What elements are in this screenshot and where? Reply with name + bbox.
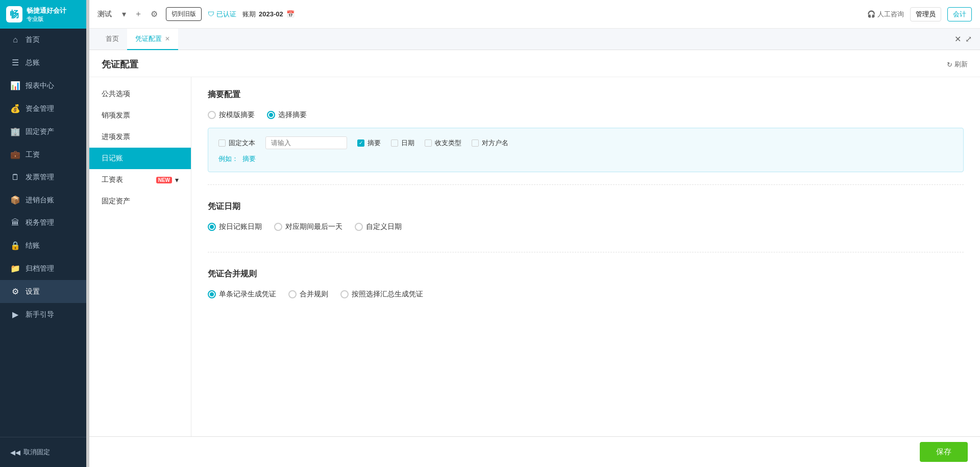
radio-template-summary[interactable]: 按模版摘要	[208, 110, 255, 120]
sidebar-item-home[interactable]: ⌂ 首页	[0, 29, 89, 51]
sidebar-item-guide[interactable]: ▶ 新手引导	[0, 303, 89, 326]
company-dropdown-button[interactable]: ▾	[120, 7, 128, 21]
checkbox-counterpart[interactable]: 对方户名	[472, 138, 508, 148]
consult-button[interactable]: 🎧 人工咨询	[867, 10, 904, 19]
switch-old-version-button[interactable]: 切到旧版	[166, 7, 202, 21]
checkbox-summary[interactable]: ✓ 摘要	[357, 138, 381, 148]
logo-icon: 畅	[6, 6, 22, 22]
date-radio-group: 按日记账日期 对应期间最后一天 自定义日期	[208, 222, 964, 231]
sidebar-item-label: 设置	[26, 287, 40, 296]
close-account-icon: 🔒	[10, 241, 20, 250]
radio-custom-date[interactable]: 自定义日期	[355, 222, 402, 231]
topbar: 测试 ▾ ＋ ⚙ 切到旧版 🛡 已认证 账期 2023-02 📅 🎧 人工咨询 …	[89, 0, 980, 29]
guide-icon: ▶	[10, 310, 20, 319]
sidebar-item-archive[interactable]: 📁 归档管理	[0, 257, 89, 280]
home-icon: ⌂	[10, 35, 20, 44]
content-header: 凭证配置 ↻ 刷新	[89, 50, 980, 77]
archive-icon: 📁	[10, 264, 20, 273]
radio-period-last[interactable]: 对应期间最后一天	[274, 222, 342, 231]
nav-public[interactable]: 公共选项	[89, 83, 191, 105]
nav-sales-invoice[interactable]: 销项发票	[89, 105, 191, 126]
sidebar-item-label: 归档管理	[26, 264, 54, 273]
radio-circle-journal	[208, 223, 216, 231]
sidebar-item-label: 工资	[26, 150, 40, 159]
radio-select-merge[interactable]: 按照选择汇总生成凭证	[340, 290, 423, 299]
sidebar-item-tax[interactable]: 🏛 税务管理	[0, 212, 89, 234]
cancel-fixed-icon: ◀◀	[10, 449, 20, 456]
manager-button[interactable]: 管理员	[910, 7, 941, 21]
invoice-icon: 🗒	[10, 173, 20, 182]
bottom-bar: 保存	[89, 436, 980, 467]
sidebar-item-label: 总账	[26, 58, 40, 67]
sidebar-item-label: 首页	[26, 35, 40, 44]
maximize-button[interactable]: ⤢	[965, 34, 972, 44]
radio-select-summary[interactable]: 选择摘要	[267, 110, 307, 120]
date-section: 凭证日期 按日记账日期 对应期间最后一天 自定义日期	[208, 201, 964, 252]
main-area: 测试 ▾ ＋ ⚙ 切到旧版 🛡 已认证 账期 2023-02 📅 🎧 人工咨询 …	[89, 0, 980, 467]
cancel-fixed-button[interactable]: ◀◀ 取消固定	[0, 442, 89, 462]
merge-title: 凭证合并规则	[208, 269, 964, 279]
trade-icon: 📦	[10, 195, 20, 205]
accountant-button[interactable]: 会计	[947, 7, 972, 21]
tabbar-actions: ✕ ⤢	[954, 34, 972, 44]
tab-close-button[interactable]: ✕	[165, 35, 170, 42]
topbar-right: 🎧 人工咨询 管理员 会计	[867, 7, 972, 21]
sidebar-item-ledger[interactable]: ☰ 总账	[0, 51, 89, 74]
sidebar-item-capital[interactable]: 💰 资金管理	[0, 97, 89, 120]
sidebar-item-invoice[interactable]: 🗒 发票管理	[0, 166, 89, 189]
sidebar-nav: ⌂ 首页 ☰ 总账 📊 报表中心 💰 资金管理 🏢 固定资产 💼 工资 🗒 发票…	[0, 29, 89, 437]
radio-circle-merge	[288, 290, 297, 298]
checkbox-income-type[interactable]: 收支类型	[425, 138, 461, 148]
salary-icon: 💼	[10, 150, 20, 159]
radio-circle-select-merge	[340, 290, 349, 298]
company-name: 测试	[97, 10, 112, 19]
checkbox-box-income	[425, 139, 432, 147]
sidebar-item-close[interactable]: 🔒 结账	[0, 234, 89, 257]
example-row: 例如： 摘要	[218, 154, 953, 164]
settings-icon: ⚙	[10, 287, 20, 296]
calendar-icon[interactable]: 📅	[286, 10, 295, 18]
left-nav: 公共选项 销项发票 进项发票 日记账 工资表 NEW ▾	[89, 77, 191, 436]
merge-radio-group: 单条记录生成凭证 合并规则 按照选择汇总生成凭证	[208, 290, 964, 299]
nav-fixed-assets[interactable]: 固定资产	[89, 191, 191, 212]
radio-circle-period	[274, 223, 282, 231]
radio-single[interactable]: 单条记录生成凭证	[208, 290, 276, 299]
refresh-button[interactable]: ↻ 刷新	[947, 60, 968, 69]
checkbox-box-fixed	[218, 139, 226, 147]
tab-voucher-config[interactable]: 凭证配置 ✕	[127, 29, 178, 50]
sidebar-item-salary[interactable]: 💼 工资	[0, 143, 89, 166]
capital-icon: 💰	[10, 104, 20, 113]
checkbox-date[interactable]: 日期	[391, 138, 414, 148]
nav-purchase-invoice[interactable]: 进项发票	[89, 126, 191, 148]
shield-icon: 🛡	[208, 10, 214, 18]
add-company-button[interactable]: ＋	[132, 7, 144, 21]
assets-icon: 🏢	[10, 127, 20, 136]
summary-options: 固定文本 ✓ 摘要 日期	[218, 136, 953, 149]
sidebar-item-label: 固定资产	[26, 127, 54, 136]
close-tab-button[interactable]: ✕	[954, 34, 961, 44]
sidebar-item-assets[interactable]: 🏢 固定资产	[0, 120, 89, 143]
split-layout: 公共选项 销项发票 进项发票 日记账 工资表 NEW ▾	[89, 77, 980, 436]
sidebar-item-trade[interactable]: 📦 进销台账	[0, 189, 89, 212]
period-info: 账期 2023-02 📅	[242, 10, 295, 19]
sidebar-item-label: 结账	[26, 241, 40, 250]
logo-text: 畅捷通好会计 专业版	[27, 6, 66, 23]
checkbox-box-counterpart	[472, 139, 479, 147]
sidebar-item-settings[interactable]: ⚙ 设置	[0, 280, 89, 303]
nav-journal[interactable]: 日记账	[89, 148, 191, 169]
radio-journal-date[interactable]: 按日记账日期	[208, 222, 262, 231]
expand-icon: ▾	[175, 176, 179, 184]
sidebar-item-report[interactable]: 📊 报表中心	[0, 74, 89, 97]
settings-gear-button[interactable]: ⚙	[149, 7, 160, 21]
fixed-text-input[interactable]	[265, 136, 347, 149]
save-button[interactable]: 保存	[920, 442, 968, 462]
refresh-icon: ↻	[947, 61, 952, 68]
content-area: 凭证配置 ↻ 刷新 公共选项 销项发票 进项发票 日记账	[89, 50, 980, 467]
tab-home[interactable]: 首页	[97, 29, 127, 50]
summary-radio-group: 按模版摘要 选择摘要	[208, 110, 964, 120]
nav-payroll[interactable]: 工资表 NEW ▾	[89, 169, 191, 191]
report-icon: 📊	[10, 81, 20, 90]
radio-merge-rule[interactable]: 合并规则	[288, 290, 328, 299]
new-badge: NEW	[156, 177, 172, 183]
checkbox-fixed-text[interactable]: 固定文本	[218, 138, 255, 148]
